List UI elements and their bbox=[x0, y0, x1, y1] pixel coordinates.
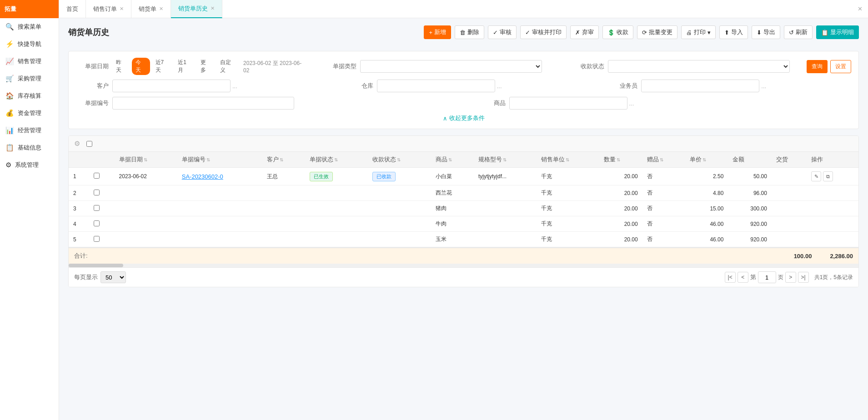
doc-type-select[interactable] bbox=[360, 60, 542, 73]
close-tab-sales-history[interactable]: ✕ bbox=[211, 5, 215, 11]
date-tag-custom[interactable]: 自定义 bbox=[216, 58, 240, 75]
row-checkbox[interactable] bbox=[94, 220, 100, 226]
date-tag-more[interactable]: 更多 bbox=[197, 58, 215, 75]
warehouse-input[interactable] bbox=[377, 80, 495, 92]
date-tag-today[interactable]: 今天 bbox=[132, 58, 150, 75]
horizontal-scrollbar[interactable] bbox=[69, 264, 858, 267]
cell-amount: 300.00 bbox=[728, 201, 772, 216]
refresh-button[interactable]: ↺ 刷新 bbox=[784, 25, 813, 39]
sidebar-item-quick-nav[interactable]: ⚡ 快捷导航 bbox=[0, 35, 59, 53]
sidebar-item-basic-info[interactable]: 📋 基础信息 bbox=[0, 139, 59, 156]
col-header-unit[interactable]: 销售单位⇅ bbox=[537, 152, 599, 168]
sidebar-item-operations[interactable]: 📊 经营管理 bbox=[0, 122, 59, 139]
print-button[interactable]: 🖨 打印 ▾ bbox=[681, 25, 716, 39]
first-page-btn[interactable]: |< bbox=[725, 272, 736, 283]
row-checkbox[interactable] bbox=[94, 205, 100, 211]
sidebar-logo: 拓量 bbox=[0, 0, 59, 18]
page-number-input[interactable] bbox=[758, 271, 776, 283]
close-tab-sales-delivery[interactable]: ✕ bbox=[159, 6, 163, 12]
table-toolbar: ⚙ bbox=[69, 136, 858, 152]
status-badge: 已生效 bbox=[310, 172, 333, 181]
delete-button[interactable]: 🗑 删除 bbox=[455, 25, 484, 39]
filter-row-3: 单据编号 商品 ... bbox=[76, 97, 851, 110]
payment-status-select[interactable] bbox=[608, 60, 790, 73]
col-header-doc-no[interactable]: 单据编号⇅ bbox=[177, 152, 262, 168]
cell-payment-status bbox=[368, 185, 431, 201]
cell-qty: 20.00 bbox=[599, 185, 642, 201]
goods-input[interactable] bbox=[509, 97, 627, 110]
goods-dots[interactable]: ... bbox=[629, 100, 634, 107]
tab-sales-order[interactable]: 销售订单 ✕ bbox=[86, 0, 131, 18]
col-header-unit-price[interactable]: 单价⇅ bbox=[685, 152, 728, 168]
col-header-qty[interactable]: 数量⇅ bbox=[599, 152, 642, 168]
cell-gift: 否 bbox=[642, 232, 685, 247]
warehouse-dots[interactable]: ... bbox=[497, 83, 502, 90]
tab-sales-delivery[interactable]: 销货单 ✕ bbox=[131, 0, 171, 18]
collect-button[interactable]: 💲 收款 bbox=[602, 25, 633, 39]
col-header-doc-status[interactable]: 单据状态⇅ bbox=[305, 152, 368, 168]
query-button[interactable]: 查询 bbox=[807, 60, 828, 73]
sidebar-item-inventory[interactable]: 🏠 库存核算 bbox=[0, 87, 59, 105]
customer-dots[interactable]: ... bbox=[232, 83, 237, 90]
audit-print-button[interactable]: ✓ 审核并打印 bbox=[520, 25, 567, 39]
cell-operation bbox=[807, 216, 858, 232]
cell-goods: 牛肉 bbox=[431, 216, 474, 232]
audit-button[interactable]: ✓ 审核 bbox=[488, 25, 517, 39]
col-header-customer[interactable]: 客户⇅ bbox=[262, 152, 305, 168]
select-all-checkbox[interactable] bbox=[86, 141, 92, 147]
cell-customer bbox=[262, 232, 305, 247]
col-header-payment-status[interactable]: 收款状态⇅ bbox=[368, 152, 431, 168]
cell-unit-price: 2.50 bbox=[685, 168, 728, 185]
col-header-goods[interactable]: 商品⇅ bbox=[431, 152, 474, 168]
page-label: 页 bbox=[778, 274, 783, 281]
sidebar-item-finance[interactable]: 💰 资金管理 bbox=[0, 105, 59, 122]
batch-change-button[interactable]: ⟳ 批量变更 bbox=[637, 25, 677, 39]
export-button[interactable]: ⬇ 导出 bbox=[752, 25, 780, 39]
row-checkbox[interactable] bbox=[94, 173, 100, 179]
total-label: 合计: bbox=[74, 252, 88, 260]
cell-goods: 猪肉 bbox=[431, 201, 474, 216]
col-header-doc-date[interactable]: 单据日期⇅ bbox=[115, 152, 177, 168]
collapse-btn[interactable]: ∧ 收起更多条件 bbox=[76, 114, 851, 122]
settings-button[interactable]: 设置 bbox=[830, 60, 851, 73]
copy-btn[interactable]: ⧉ bbox=[823, 171, 833, 181]
last-page-btn[interactable]: >| bbox=[798, 272, 809, 283]
tab-home[interactable]: 首页 bbox=[59, 0, 86, 18]
export-icon: ⬇ bbox=[757, 29, 762, 36]
page-size-select[interactable]: 50 100 200 bbox=[100, 271, 126, 283]
show-detail-button[interactable]: 📋 显示明细 bbox=[816, 25, 859, 39]
next-page-btn[interactable]: > bbox=[785, 272, 796, 283]
sidebar-item-system[interactable]: ⚙ 系统管理 bbox=[0, 156, 59, 174]
col-header-gift[interactable]: 赠品⇅ bbox=[642, 152, 685, 168]
detail-icon: 📋 bbox=[821, 29, 828, 36]
col-header-amount: 金额 bbox=[728, 152, 772, 168]
sidebar-item-purchase[interactable]: 🛒 采购管理 bbox=[0, 70, 59, 87]
cell-doc-no bbox=[177, 201, 262, 216]
sidebar-item-sales[interactable]: 📈 销售管理 bbox=[0, 53, 59, 70]
discard-button[interactable]: ✗ 弃审 bbox=[570, 25, 599, 39]
close-tab-sales-order[interactable]: ✕ bbox=[120, 6, 124, 12]
edit-btn[interactable]: ✎ bbox=[811, 171, 821, 181]
table-settings-icon[interactable]: ⚙ bbox=[74, 140, 80, 148]
add-button[interactable]: + 新增 bbox=[424, 25, 451, 39]
col-header-spec[interactable]: 规格型号⇅ bbox=[474, 152, 537, 168]
tab-sales-history[interactable]: 销货单历史 ✕ bbox=[171, 0, 222, 18]
doc-no-input[interactable] bbox=[112, 97, 294, 110]
row-checkbox[interactable] bbox=[94, 190, 100, 195]
date-tag-yesterday[interactable]: 昨天 bbox=[112, 58, 130, 75]
doc-no-link[interactable]: SA-20230602-0 bbox=[182, 173, 223, 180]
import-button[interactable]: ⬆ 导入 bbox=[719, 25, 748, 39]
sort-unit-price-icon: ⇅ bbox=[702, 157, 706, 162]
page-label-before: 第 bbox=[750, 273, 756, 281]
close-all-tabs[interactable]: ✕ bbox=[852, 5, 868, 12]
salesperson-dots[interactable]: ... bbox=[761, 83, 766, 90]
scrollbar-thumb[interactable] bbox=[69, 264, 123, 267]
date-tag-1month[interactable]: 近1月 bbox=[174, 58, 195, 75]
row-checkbox[interactable] bbox=[94, 236, 100, 242]
cell-gift: 否 bbox=[642, 185, 685, 201]
sidebar-item-search-menu[interactable]: 🔍 搜索菜单 bbox=[0, 18, 59, 35]
salesperson-input[interactable] bbox=[641, 80, 759, 92]
customer-input[interactable] bbox=[112, 80, 231, 92]
date-tag-7days[interactable]: 近7天 bbox=[152, 58, 173, 75]
prev-page-btn[interactable]: < bbox=[738, 272, 748, 283]
